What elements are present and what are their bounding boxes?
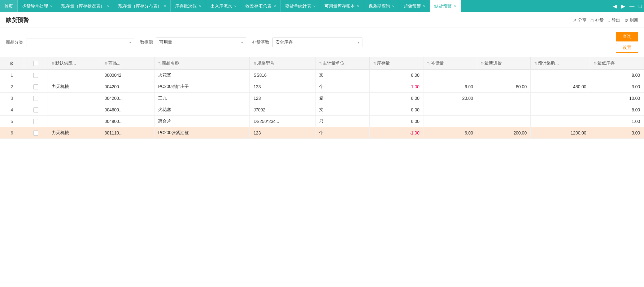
- row-min-stock: 8.00: [590, 70, 644, 81]
- row-product-name: 火花塞: [155, 104, 250, 116]
- table-row: 2 力天机械 004200... PC200油缸庄子 123 个 -1.00 6…: [0, 81, 644, 93]
- select-all-checkbox[interactable]: [33, 61, 38, 66]
- tab-overstock[interactable]: 超储预警 ×: [399, 0, 430, 12]
- category-select[interactable]: ▾: [26, 39, 134, 46]
- row-latest-price: [477, 93, 531, 104]
- row-product-code: 004600...: [101, 104, 155, 116]
- row-min-stock: 3.00: [590, 127, 644, 139]
- table-row: 5 004800... 离合片 DS250*23c... 只 0.00 1.00: [0, 116, 644, 127]
- row-stock: 0.00: [370, 116, 423, 127]
- tab-minimize-button[interactable]: —: [627, 0, 637, 12]
- row-replenish: 6.00: [423, 81, 477, 93]
- shortage-table: ⚙ ⇅默认供应... ⇅商品... ⇅商品名称: [0, 57, 644, 139]
- share-button[interactable]: ↗ 分享: [573, 17, 587, 23]
- tab-close-overstock[interactable]: ×: [423, 4, 425, 8]
- row-est-purchase: 480.00: [531, 81, 590, 93]
- tab-shortage[interactable]: 缺货预警 ×: [430, 0, 461, 12]
- replenish-button[interactable]: □ 补货: [591, 17, 604, 23]
- col-spec[interactable]: ⇅规格型号: [250, 57, 316, 70]
- row-stock: -1.00: [370, 127, 423, 139]
- refresh-button[interactable]: ↺ 刷新: [625, 17, 638, 23]
- col-product-name[interactable]: ⇅商品名称: [155, 57, 250, 70]
- tab-close-batch[interactable]: ×: [199, 4, 201, 8]
- tab-batch-account[interactable]: 库存批次账 ×: [171, 0, 206, 12]
- row-checkbox[interactable]: [24, 127, 48, 139]
- col-gear[interactable]: ⚙: [0, 57, 24, 70]
- row-supplier: 力天机械: [48, 127, 101, 139]
- row-checkbox[interactable]: [24, 81, 48, 93]
- table-container[interactable]: ⚙ ⇅默认供应... ⇅商品... ⇅商品名称: [0, 57, 644, 287]
- tab-close-summary[interactable]: ×: [274, 4, 276, 8]
- tab-close-expiry[interactable]: ×: [392, 4, 395, 8]
- row-product-name: 火花塞: [155, 70, 250, 81]
- tab-inventory-status[interactable]: 现存量（库存状况表） ×: [57, 0, 114, 12]
- row-replenish: [423, 116, 477, 127]
- tab-available[interactable]: 可用量库存账本 ×: [320, 0, 364, 12]
- row-stock: 0.00: [370, 70, 423, 81]
- col-supplier[interactable]: ⇅默认供应...: [48, 57, 101, 70]
- tab-home[interactable]: 首页: [0, 0, 18, 12]
- header-actions: ↗ 分享 □ 补货 ↓ 导出 ↺ 刷新: [573, 17, 638, 23]
- tab-prev-button[interactable]: ◀: [611, 0, 619, 12]
- query-button[interactable]: 查询: [616, 32, 638, 41]
- col-unit[interactable]: ⇅主计量单位: [316, 57, 370, 70]
- col-product-code[interactable]: ⇅商品...: [101, 57, 155, 70]
- tab-next-button[interactable]: ▶: [619, 0, 627, 12]
- row-num: 3: [0, 93, 24, 104]
- tab-close-inv-dist[interactable]: ×: [164, 4, 166, 8]
- row-supplier: [48, 93, 101, 104]
- col-est-purchase[interactable]: ⇅预计采购...: [531, 57, 590, 70]
- row-spec: 123: [250, 81, 316, 93]
- col-checkbox[interactable]: [24, 57, 48, 70]
- replenish-icon: □: [591, 18, 593, 23]
- col-replenish[interactable]: ⇅补货量: [423, 57, 477, 70]
- row-product-name: PC200油缸庄子: [155, 81, 250, 93]
- row-checkbox[interactable]: [24, 70, 48, 81]
- replenish-basis-arrow-icon: ▾: [357, 40, 359, 44]
- row-unit: 支: [316, 70, 370, 81]
- export-button[interactable]: ↓ 导出: [608, 17, 620, 23]
- tab-inventory-dist[interactable]: 现存量（库存分布表） ×: [114, 0, 171, 12]
- row-min-stock: 10.00: [590, 93, 644, 104]
- row-est-purchase: [531, 70, 590, 81]
- main-content: 缺货预警 ↗ 分享 □ 补货 ↓ 导出 ↺ 刷新: [0, 12, 644, 287]
- tab-close-shortage[interactable]: ×: [454, 4, 456, 8]
- row-product-name: 三九: [155, 93, 250, 104]
- page-header: 缺货预警 ↗ 分享 □ 补货 ↓ 导出 ↺ 刷新: [0, 12, 644, 27]
- table-body: 1 0000042 火花塞 SS816 支 0.00 8.00 2 力天机械 0…: [0, 70, 644, 139]
- col-min-stock[interactable]: ⇅最低库存: [590, 57, 644, 70]
- row-checkbox[interactable]: [24, 104, 48, 116]
- datasource-select[interactable]: 可用量 ▾: [156, 37, 246, 47]
- row-est-purchase: [531, 116, 590, 127]
- tab-flow[interactable]: 出入库流水 ×: [206, 0, 241, 12]
- tab-maximize-button[interactable]: □: [637, 0, 644, 12]
- tab-close-available[interactable]: ×: [357, 4, 359, 8]
- replenish-basis-select[interactable]: 安全库存 ▾: [272, 37, 362, 47]
- export-icon: ↓: [608, 18, 610, 23]
- row-spec: 123: [250, 93, 316, 104]
- gear-icon[interactable]: ⚙: [9, 61, 14, 66]
- tab-expiry[interactable]: 保质期查询 ×: [364, 0, 399, 12]
- row-checkbox[interactable]: [24, 93, 48, 104]
- row-spec: SS816: [250, 70, 316, 81]
- tab-close-order[interactable]: ×: [313, 4, 316, 8]
- tab-close-inv-status[interactable]: ×: [107, 4, 109, 8]
- row-supplier: [48, 104, 101, 116]
- settings-button[interactable]: 设置: [616, 43, 638, 53]
- tab-picking[interactable]: 拣货异常处理 ×: [18, 0, 57, 12]
- row-num: 2: [0, 81, 24, 93]
- col-latest-price[interactable]: ⇅最新进价: [477, 57, 531, 70]
- tab-summary[interactable]: 收发存汇总表 ×: [241, 0, 280, 12]
- tab-close-flow[interactable]: ×: [234, 4, 236, 8]
- row-latest-price: 80.00: [477, 81, 531, 93]
- category-label: 商品分类: [6, 39, 23, 45]
- row-est-purchase: 1200.00: [531, 127, 590, 139]
- row-stock: -1.00: [370, 81, 423, 93]
- row-supplier: 力天机械: [48, 81, 101, 93]
- tab-close-picking[interactable]: ×: [50, 4, 52, 8]
- col-stock[interactable]: ⇅库存量: [370, 57, 423, 70]
- row-unit: 只: [316, 116, 370, 127]
- tab-nav-buttons: ◀ ▶ — □: [611, 0, 644, 12]
- tab-order-stats[interactable]: 要货单统计表 ×: [281, 0, 320, 12]
- row-checkbox[interactable]: [24, 116, 48, 127]
